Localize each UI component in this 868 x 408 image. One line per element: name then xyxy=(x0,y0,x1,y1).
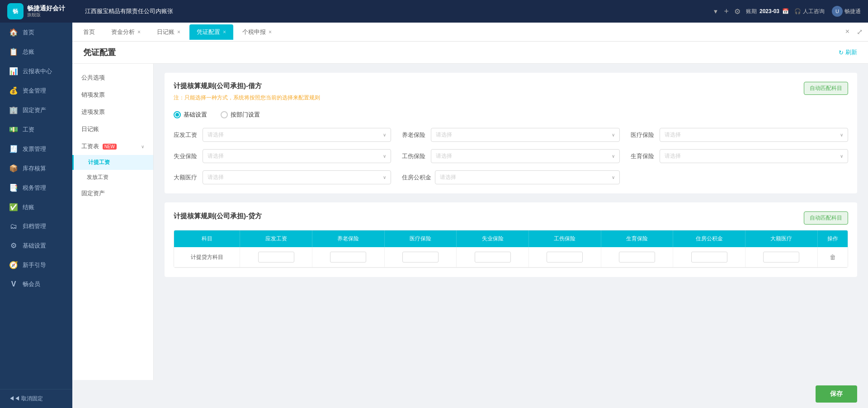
credit-pension-input[interactable] xyxy=(330,252,366,263)
left-nav-fixed-assets[interactable]: 固定资产 xyxy=(72,185,153,202)
left-nav-payroll-sheet[interactable]: 工资表 NEW ∨ xyxy=(72,138,153,155)
credit-maternity-input[interactable] xyxy=(619,252,655,263)
radio-basic-setting[interactable]: 基础设置 xyxy=(174,111,207,119)
tab-close-tax[interactable]: × xyxy=(269,29,272,35)
sidebar-item-home[interactable]: 🏠 首页 xyxy=(0,23,72,42)
sidebar-item-closing[interactable]: ✅ 结账 xyxy=(0,197,72,217)
refresh-button[interactable]: ↻ 刷新 xyxy=(839,48,857,56)
housing-fund-arrow: ∨ xyxy=(612,175,615,180)
credit-auto-match-button[interactable]: 自动匹配科目 xyxy=(804,211,848,225)
form-item-maternity: 生育保险 请选择 ∨ xyxy=(631,149,848,163)
gross-salary-select[interactable]: 请选择 ∨ xyxy=(203,128,391,142)
user-avatar: U xyxy=(832,6,843,17)
th-medical: 医疗保险 xyxy=(384,230,457,247)
credit-unemployment-input[interactable] xyxy=(475,252,511,263)
form-item-injury: 工伤保险 请选择 ∨ xyxy=(402,149,619,163)
sidebar-item-tax[interactable]: 📑 税务管理 xyxy=(0,178,72,197)
main-content: 首页 资金分析 × 日记账 × 凭证配置 × 个税申报 × × ⤢ xyxy=(72,23,868,408)
debit-section: 计提核算规则(公司承担)-借方 注：只能选择一种方式，系统将按照您当前的选择来配… xyxy=(165,73,857,193)
tab-close-journal[interactable]: × xyxy=(177,29,180,35)
left-nav-sales-invoice[interactable]: 销项发票 xyxy=(72,86,153,103)
injury-select[interactable]: 请选择 ∨ xyxy=(431,149,619,163)
tab-voucher-config[interactable]: 凭证配置 × xyxy=(189,24,233,40)
unpin-button[interactable]: ◀◀ 取消固定 xyxy=(0,389,72,408)
sidebar-item-archive[interactable]: 🗂 归档管理 xyxy=(0,217,72,236)
credit-table-wrap: 科目 应发工资 养老保险 医疗保险 失业保险 工伤保险 生育保险 住房公积金 大… xyxy=(174,230,848,268)
left-nav-public-options[interactable]: 公共选项 xyxy=(72,69,153,86)
credit-table-header-row: 科目 应发工资 养老保险 医疗保险 失业保险 工伤保险 生育保险 住房公积金 大… xyxy=(174,230,848,247)
chevron-down-icon: ∨ xyxy=(141,144,144,149)
pension-select[interactable]: 请选择 ∨ xyxy=(431,128,619,142)
td-pension-input xyxy=(312,247,384,267)
settings-icon: ⚙ xyxy=(9,241,18,250)
pension-arrow: ∨ xyxy=(612,132,615,137)
radio-dept-circle xyxy=(221,111,228,118)
maternity-select[interactable]: 请选择 ∨ xyxy=(660,149,848,163)
calendar-icon[interactable]: 📅 xyxy=(782,8,789,14)
sidebar-item-guide[interactable]: 🧭 新手引导 xyxy=(0,255,72,275)
page-title: 凭证配置 xyxy=(83,47,116,58)
debit-auto-match-button[interactable]: 自动匹配科目 xyxy=(804,82,848,95)
td-label: 计提贷方科目 xyxy=(174,247,240,267)
td-gross-salary-input xyxy=(240,247,312,267)
tab-tax-filing[interactable]: 个税申报 × xyxy=(235,24,279,40)
new-badge: NEW xyxy=(103,144,117,150)
left-nav-purchase-invoice[interactable]: 进项发票 xyxy=(72,103,153,121)
credit-injury-input[interactable] xyxy=(547,252,583,263)
save-button[interactable]: 保存 xyxy=(816,385,857,403)
logo-icon: 畅 xyxy=(7,3,24,19)
consult-button[interactable]: 🎧 人工咨询 xyxy=(794,8,825,15)
sidebar-item-reports[interactable]: 📊 云报表中心 xyxy=(0,61,72,81)
user-info[interactable]: U 畅捷通 xyxy=(832,6,861,17)
tab-close-capital[interactable]: × xyxy=(137,29,141,35)
sidebar-item-ledger[interactable]: 📋 总账 xyxy=(0,42,72,61)
expand-button[interactable]: ⤢ xyxy=(855,26,864,38)
sidebar-item-funds[interactable]: 💰 资金管理 xyxy=(0,81,72,100)
form-item-medical: 医疗保险 请选择 ∨ xyxy=(631,128,848,142)
sidebar-item-inventory[interactable]: 📦 库存核算 xyxy=(0,159,72,178)
sidebar-item-settings[interactable]: ⚙ 基础设置 xyxy=(0,236,72,255)
add-tab-button[interactable]: + xyxy=(724,7,729,16)
tab-capital-analysis[interactable]: 资金分析 × xyxy=(104,24,148,40)
housing-fund-select[interactable]: 请选择 ∨ xyxy=(435,170,619,184)
th-unemployment: 失业保险 xyxy=(457,230,529,247)
funds-icon: 💰 xyxy=(9,86,18,95)
sidebar-item-invoice[interactable]: 🧾 发票管理 xyxy=(0,139,72,159)
left-nav-journal[interactable]: 日记账 xyxy=(72,121,153,138)
tab-home[interactable]: 首页 xyxy=(76,24,102,40)
inventory-icon: 📦 xyxy=(9,164,18,173)
close-all-tabs-button[interactable]: × xyxy=(844,26,851,38)
injury-arrow: ∨ xyxy=(612,154,615,159)
gross-salary-arrow: ∨ xyxy=(383,132,386,137)
tab-journal[interactable]: 日记账 × xyxy=(150,24,188,40)
vip-icon: V xyxy=(9,280,18,288)
td-maternity-input xyxy=(601,247,673,267)
settings-icon[interactable]: ⚙ xyxy=(734,7,741,16)
sidebar-item-assets[interactable]: 🏢 固定资产 xyxy=(0,100,72,120)
left-nav-payroll-accrual[interactable]: 计提工资 xyxy=(72,155,153,170)
logo-text: 畅捷通好会计 xyxy=(27,5,65,12)
credit-medical-input[interactable] xyxy=(402,252,439,263)
dropdown-icon[interactable]: ▼ xyxy=(713,8,719,15)
reports-icon: 📊 xyxy=(9,67,18,75)
delete-row-button[interactable]: 🗑 xyxy=(830,253,836,261)
medical-select[interactable]: 请选择 ∨ xyxy=(660,128,848,142)
sidebar-item-salary[interactable]: 💵 工资 xyxy=(0,120,72,139)
left-nav: 公共选项 销项发票 进项发票 日记账 工资表 NEW ∨ xyxy=(72,64,154,380)
radio-dept-setting[interactable]: 按部门设置 xyxy=(221,111,260,119)
left-nav-payroll-payment[interactable]: 发放工资 xyxy=(72,170,153,185)
housing-fund-label: 住房公积金 xyxy=(402,174,431,182)
major-medical-select[interactable]: 请选择 ∨ xyxy=(203,170,391,184)
tab-close-voucher[interactable]: × xyxy=(223,29,226,35)
sidebar-item-vip[interactable]: V 畅会员 xyxy=(0,275,72,294)
form-item-major-medical: 大额医疗 请选择 ∨ xyxy=(174,170,391,184)
headset-icon: 🎧 xyxy=(794,8,801,14)
credit-gross-salary-input[interactable] xyxy=(258,252,294,263)
page-header: 凭证配置 ↻ 刷新 xyxy=(72,42,868,64)
tab-bar: 首页 资金分析 × 日记账 × 凭证配置 × 个税申报 × × ⤢ xyxy=(72,23,868,42)
unemployment-select[interactable]: 请选择 ∨ xyxy=(203,149,391,163)
th-gross-salary: 应发工资 xyxy=(240,230,312,247)
major-medical-label: 大额医疗 xyxy=(174,174,199,182)
credit-housing-fund-input[interactable] xyxy=(691,252,727,263)
credit-major-medical-input[interactable] xyxy=(763,252,799,263)
